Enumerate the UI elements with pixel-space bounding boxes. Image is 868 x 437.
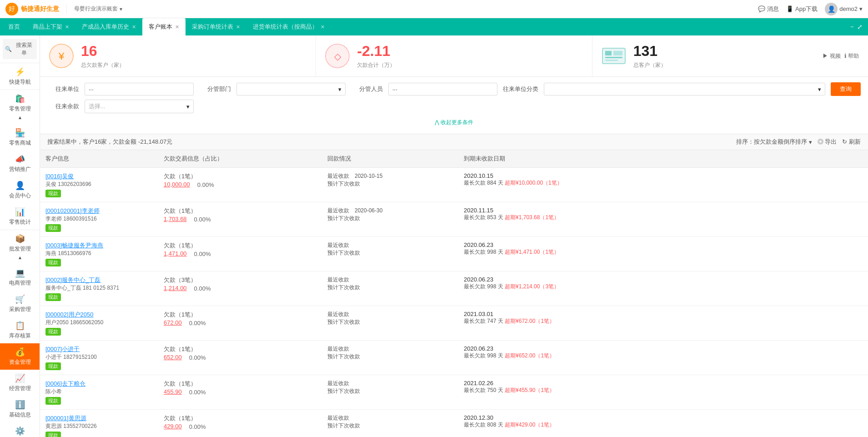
sidebar-item-member[interactable]: 👤 会员中心	[0, 177, 40, 203]
tab-maximize-icon[interactable]: ⤢	[857, 23, 863, 30]
customer-phone-3: 服务中心_丁磊 181 0125 8371	[45, 284, 153, 292]
phone-icon: 📱	[786, 5, 793, 12]
cell-collection-7: 最近收款 预计下次收款	[322, 410, 458, 437]
table-row: [0016]吴俊 吴俊 13026203696 现款 欠款（1笔） 10,000…	[40, 168, 868, 202]
customer-phone-6: 陈小希	[45, 388, 153, 396]
sidebar-item-ecommerce[interactable]: 💻 电商管理	[0, 264, 40, 291]
debt-amount-2[interactable]: 1,471.00	[164, 250, 187, 257]
overdue-link-7[interactable]: 超期¥429.00（1笔）	[505, 422, 555, 428]
sort-control[interactable]: 排序：按欠款金额倒序排序 ▾	[736, 138, 812, 146]
debt-ratio-7: 0.00%	[189, 423, 206, 430]
sidebar-item-finance[interactable]: 💰 资金管理	[0, 343, 40, 370]
cell-debt-4: 欠款（1笔） 672.00 0.00%	[158, 306, 322, 341]
sidebar-item-retail-stats[interactable]: 📊 零售统计	[0, 203, 40, 230]
sidebar-item-wholesale[interactable]: 📦 批发管理 ▴	[0, 230, 40, 264]
close-tab-3[interactable]: ✕	[175, 24, 179, 30]
sidebar-item-retail-mgmt[interactable]: 🛍️ 零售管理 ▴	[0, 90, 40, 124]
debt-amount-3[interactable]: 1,214.00	[164, 285, 187, 291]
app-download-btn[interactable]: 📱 App下载	[786, 5, 818, 13]
close-tab-4[interactable]: ✕	[236, 24, 240, 30]
tab-purchase-summary[interactable]: 采购订单统计表 ✕	[186, 18, 246, 35]
overdue-link-1[interactable]: 超期¥1,703.68（1笔）	[505, 214, 559, 221]
refresh-btn[interactable]: ↻ 刷新	[842, 138, 861, 146]
filter-input-unit[interactable]: ···	[85, 83, 194, 95]
refresh-icon: ↻	[842, 138, 847, 145]
stat-label-total-customers: 总客户（家）	[633, 61, 666, 69]
collection-last-1: 最近收款 2020-06-30	[327, 207, 453, 215]
table-row: [0007]小进干 小进干 18279152100 现款 欠款（1笔） 652.…	[40, 341, 868, 375]
sidebar-item-basic-info[interactable]: ℹ️ 基础信息	[0, 396, 40, 422]
cell-due-2: 2020.06.23 最长欠款 998 天 超期¥1,471.00（1笔）	[458, 237, 868, 271]
sidebar-item-purchase[interactable]: 🛒 采购管理	[0, 291, 40, 317]
debt-amount-6[interactable]: 455.90	[164, 388, 182, 395]
filter-row-1: 往来单位 ··· 分管部门 ▾ 分管人员 ··· 往来单位分类	[47, 82, 861, 96]
customer-name-link-3[interactable]: [0002]服务中心_丁磊	[45, 276, 100, 283]
finance-icon: 💰	[15, 347, 25, 357]
tab-product-on-off[interactable]: 商品上下架 ✕	[26, 18, 75, 35]
marketing-icon: 📣	[15, 154, 25, 164]
filter-select-dept[interactable]: ▾	[236, 83, 346, 95]
close-tab-1[interactable]: ✕	[65, 24, 69, 30]
user-avatar[interactable]: 👤 demo2 ▾	[825, 3, 863, 15]
cell-collection-4: 最近收款 预计下次收款	[322, 306, 458, 341]
customer-tag-4: 现款	[45, 328, 61, 336]
video-btn[interactable]: ▶ 视频	[823, 52, 840, 60]
export-btn[interactable]: ◎ 导出	[818, 138, 837, 146]
stat-info-debt-customers: 16 总欠款客户（家）	[81, 43, 125, 69]
stat-value-total-customers: 131	[633, 43, 666, 60]
debt-amount-4[interactable]: 672.00	[164, 319, 182, 326]
customer-name-link-1[interactable]: [0001020001]李老师	[45, 207, 100, 214]
customer-name-link-2[interactable]: [0003]畅捷服务尹海燕	[45, 242, 103, 249]
debt-amount-7[interactable]: 429.00	[164, 423, 182, 430]
video-icon: ▶	[823, 53, 828, 59]
customer-phone-7: 黄思源 13552700226	[45, 422, 153, 430]
help-btn[interactable]: ℹ 帮助	[844, 52, 859, 60]
debt-amount-1[interactable]: 1,703.68	[164, 216, 187, 222]
system-icon: ⚙️	[15, 426, 25, 436]
debt-count-2: 欠款（1笔）	[164, 241, 316, 250]
debt-count-4: 欠款（1笔）	[164, 311, 316, 319]
overdue-link-3[interactable]: 超期¥1,214.00（3笔）	[505, 283, 559, 290]
stat-info-debt-total: -2.11 欠款合计（万）	[357, 43, 395, 69]
debt-amount-5[interactable]: 652.00	[164, 354, 182, 361]
customer-name-link-0[interactable]: [0016]吴俊	[45, 173, 74, 180]
customer-name-link-6[interactable]: [0006]去下粮仓	[45, 380, 85, 387]
search-menu-btn[interactable]: 🔍 搜索菜单	[3, 39, 37, 59]
debt-amount-0[interactable]: 10,000.00	[164, 181, 190, 188]
overdue-link-2[interactable]: 超期¥1,471.00（1笔）	[505, 249, 559, 255]
close-tab-5[interactable]: ✕	[321, 24, 325, 30]
sidebar-item-system[interactable]: ⚙️ 系统管理	[0, 422, 40, 437]
cell-customer-3: [0002]服务中心_丁磊 服务中心_丁磊 181 0125 8371 现款	[40, 271, 158, 306]
filter-input-manager[interactable]: ···	[388, 83, 497, 95]
tab-minimize-icon[interactable]: －	[849, 23, 855, 31]
query-button[interactable]: 查询	[831, 82, 861, 96]
tab-home[interactable]: 首页	[2, 18, 26, 35]
customer-name-link-4[interactable]: [000002]用户2050	[45, 311, 94, 318]
sidebar-item-retail-store[interactable]: 🏪 零售商城	[0, 124, 40, 151]
close-tab-2[interactable]: ✕	[132, 24, 136, 30]
filter-select-balance[interactable]: 选择... ▾	[85, 100, 194, 113]
store-selector[interactable]: 母婴行业演示账套 ▾	[74, 5, 122, 13]
tab-purchase-by-product[interactable]: 进货单统计表（按商品） ✕	[246, 18, 331, 35]
filter-select-category[interactable]: ▾	[544, 83, 825, 95]
debt-total-icon: ◇	[325, 44, 350, 68]
table-container: 客户信息 欠款交易信息（占比） 回款情况 到期未收款日期 [0016]吴俊 吴俊…	[40, 150, 868, 437]
overdue-days-6: 最长欠款 750 天 超期¥455.90（1笔）	[464, 387, 863, 394]
sidebar-item-quick-nav[interactable]: ⚡ 快捷导航	[0, 63, 40, 90]
expand-icon: ▴	[19, 114, 21, 121]
overdue-link-6[interactable]: 超期¥455.90（1笔）	[505, 387, 555, 393]
sidebar-item-marketing[interactable]: 📣 营销推广	[0, 151, 40, 177]
overdue-link-4[interactable]: 超期¥672.00（1笔）	[505, 318, 555, 324]
customer-name-link-7[interactable]: [000001]黄思源	[45, 415, 86, 422]
sidebar-item-inventory[interactable]: 📋 库存核算	[0, 317, 40, 343]
tab-customer-account[interactable]: 客户账本 ✕	[142, 18, 186, 35]
overdue-link-0[interactable]: 超期¥10,000.00（1笔）	[505, 180, 562, 186]
filter-collapse-btn[interactable]: ⋀ 收起更多条件	[47, 117, 861, 128]
cell-debt-7: 欠款（1笔） 429.00 0.00%	[158, 410, 322, 437]
customer-name-link-5[interactable]: [0007]小进干	[45, 346, 80, 352]
tab-stock-history[interactable]: 产成品入库单历史 ✕	[75, 18, 142, 35]
collection-last-4: 最近收款	[327, 311, 453, 318]
overdue-link-5[interactable]: 超期¥652.00（1笔）	[505, 352, 555, 359]
sidebar-item-operations[interactable]: 📈 经营管理	[0, 370, 40, 396]
message-btn[interactable]: 💬 消息	[758, 5, 779, 13]
